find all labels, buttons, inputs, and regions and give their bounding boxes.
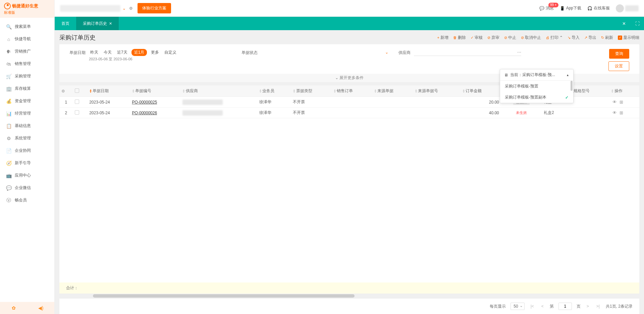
pager: 每页显示 50 |< < 第 页 > >| 共1页, 2条记录	[59, 298, 639, 314]
dropdown-option[interactable]: 采购订单模板-预置副本✓	[500, 92, 573, 103]
date-option[interactable]: 今天	[102, 49, 113, 56]
date-option[interactable]: 自定义	[163, 49, 178, 56]
sort-icon[interactable]: ▲▼	[611, 89, 614, 93]
view-icon[interactable]: 👁	[612, 100, 617, 105]
tab-close-all-icon[interactable]: ✕	[617, 21, 631, 26]
toolbar-导出[interactable]: ↗导出	[584, 35, 596, 41]
toolbar-新增[interactable]: +新增	[437, 35, 448, 41]
date-option[interactable]: 近7天	[116, 49, 129, 56]
toolbar-导入[interactable]: ↘导入	[568, 35, 580, 41]
query-button[interactable]: 查询	[609, 49, 629, 59]
sidebar-item[interactable]: 📋基础信息	[0, 120, 54, 132]
column-header[interactable]: ⚙	[59, 85, 73, 97]
column-header[interactable]: ▲▼规格型号	[569, 85, 609, 97]
sort-icon[interactable]: ▲▼	[132, 89, 135, 93]
fullscreen-icon[interactable]: ⛶	[631, 21, 644, 26]
sort-icon[interactable]: ▲▼	[259, 89, 262, 93]
last-page-icon[interactable]: >|	[595, 304, 601, 309]
status-select[interactable]: ⌄	[261, 49, 388, 56]
sort-icon[interactable]: ▲▼	[333, 89, 336, 93]
logo: 畅捷通好生意 标准版	[0, 0, 54, 18]
prev-page-icon[interactable]: <	[540, 304, 545, 309]
sidebar-item[interactable]: ⚙系统管理	[0, 132, 54, 144]
column-header[interactable]: ▲▼来源单据号	[413, 85, 461, 97]
column-header[interactable]: ▲▼来源单据	[372, 85, 413, 97]
column-header[interactable]: ▲▼单据编号	[130, 85, 180, 97]
messages-link[interactable]: 💬 消息 99 +	[539, 5, 554, 11]
footer-gear-icon[interactable]: ✿	[0, 302, 27, 314]
page-size-select[interactable]: 50	[511, 303, 524, 310]
toolbar-删除[interactable]: 🗑删除	[453, 35, 466, 41]
toolbar-icon: ⊘	[521, 36, 524, 40]
date-option[interactable]: 更多	[150, 49, 160, 56]
column-header[interactable]: ▲▼单据日期	[87, 85, 130, 97]
next-page-icon[interactable]: >	[585, 304, 590, 309]
toolbar-取消中止[interactable]: ⊘取消中止	[521, 35, 541, 41]
org-settings-icon[interactable]: ⚙	[129, 6, 133, 11]
toolbar-审核[interactable]: ✓审核	[471, 35, 483, 41]
setting-button[interactable]: 设置	[608, 61, 629, 71]
experience-button[interactable]: 体验行业方案	[138, 3, 171, 13]
column-header[interactable]: ▲▼供应商	[180, 85, 257, 97]
column-header[interactable]: ▲▼业务员	[257, 85, 291, 97]
sort-icon[interactable]: ▲▼	[463, 89, 465, 93]
nav-icon: 🛍	[6, 61, 11, 67]
org-selector[interactable]: ⌄	[60, 5, 126, 12]
sidebar-item[interactable]: 🏢库存核算	[0, 82, 54, 95]
sidebar-item[interactable]: 🛍销售管理	[0, 58, 54, 70]
close-icon[interactable]: ✕	[109, 21, 112, 26]
row-checkbox[interactable]	[75, 100, 79, 104]
sidebar-item[interactable]: 💬企业微信	[0, 182, 54, 194]
sort-icon[interactable]: ▲▼	[293, 89, 296, 93]
more-icon: ⋯	[517, 50, 521, 55]
view-icon[interactable]: 👁	[612, 110, 617, 115]
sidebar-item[interactable]: 🗣营销推广	[0, 45, 54, 58]
column-header[interactable]: ▲▼票据类型	[291, 85, 331, 97]
dropdown-scrollbar[interactable]	[571, 81, 573, 91]
column-header[interactable]	[73, 85, 87, 97]
supplier-select[interactable]: ⋯	[414, 49, 521, 56]
sort-icon[interactable]: ▲▼	[89, 89, 92, 93]
date-option[interactable]: 昨天	[89, 49, 100, 56]
qr-icon[interactable]: ⊞	[620, 110, 623, 115]
tab[interactable]: 首页	[55, 17, 76, 30]
app-download-link[interactable]: 📱 App下载	[560, 5, 581, 11]
dropdown-option[interactable]: 采购订单模板-预置	[500, 81, 573, 92]
sidebar-item[interactable]: 🧭新手引导	[0, 157, 54, 169]
support-link[interactable]: 🎧 在线客服	[587, 5, 610, 11]
column-header[interactable]: ▲▼销售订单	[331, 85, 372, 97]
sort-icon[interactable]: ▲▼	[182, 89, 185, 93]
page-input[interactable]	[558, 303, 572, 310]
sort-icon[interactable]: ▲▼	[374, 89, 377, 93]
gear-icon[interactable]: ⚙	[61, 89, 65, 93]
user-menu[interactable]	[616, 4, 639, 12]
order-link[interactable]: PO-00000025	[132, 100, 157, 105]
toolbar-中止[interactable]: ⊘中止	[504, 35, 516, 41]
sidebar-item[interactable]: 📺应用中心	[0, 169, 54, 182]
sidebar-item[interactable]: 📊经营管理	[0, 107, 54, 120]
first-page-icon[interactable]: |<	[529, 304, 535, 309]
date-option[interactable]: 近1月	[131, 49, 147, 56]
order-link[interactable]: PO-00000026	[132, 111, 157, 115]
sidebar-item[interactable]: ⌂快捷导航	[0, 33, 54, 45]
footer-collapse-icon[interactable]: ◀)	[27, 302, 54, 314]
column-header[interactable]: ▲▼操作	[609, 85, 639, 97]
sidebar-item[interactable]: 📄企业协同	[0, 144, 54, 157]
show-detail-toggle[interactable]: ✓显示明细	[618, 35, 639, 41]
sort-icon[interactable]: ▲▼	[415, 89, 418, 93]
dropdown-current[interactable]: 🖥 当前：采购订单模板-预... ▲	[500, 69, 573, 81]
sidebar-item[interactable]: 🔍搜索菜单	[0, 20, 54, 33]
select-all-checkbox[interactable]	[75, 88, 79, 93]
row-checkbox[interactable]	[75, 110, 79, 115]
toolbar-弃审[interactable]: ⊘弃审	[487, 35, 499, 41]
column-header[interactable]: ▲▼订单金额	[461, 85, 501, 97]
toolbar-刷新[interactable]: ↻刷新	[601, 35, 613, 41]
sidebar-item[interactable]: 🛒采购管理	[0, 70, 54, 82]
tab[interactable]: 采购订单历史✕	[76, 17, 119, 30]
qr-icon[interactable]: ⊞	[620, 100, 623, 105]
toolbar-打印[interactable]: 🖨打印 ⌃	[546, 35, 563, 41]
sidebar-item[interactable]: 💰资金管理	[0, 95, 54, 107]
horizontal-scrollbar[interactable]	[59, 294, 639, 298]
sidebar-item[interactable]: Ⓥ畅会员	[0, 194, 54, 206]
page-info: 共1页, 2条记录	[606, 304, 633, 309]
